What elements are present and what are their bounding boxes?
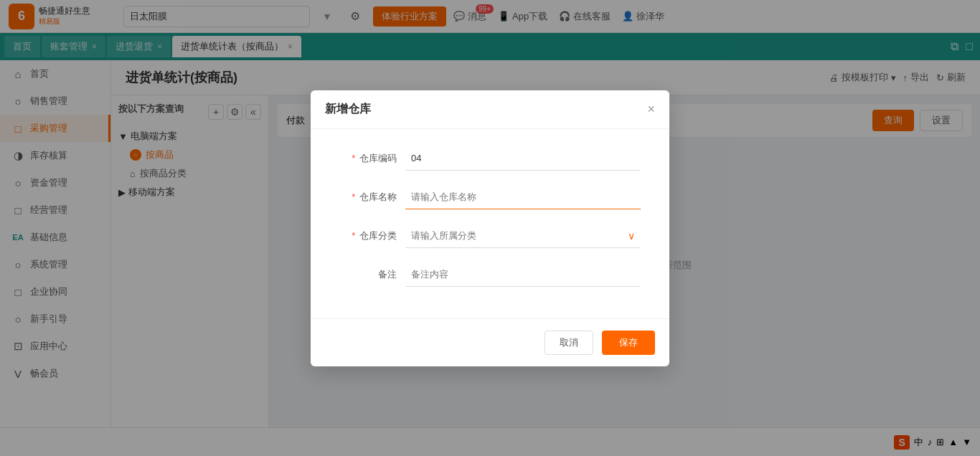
warehouse-category-input[interactable] [405,224,641,248]
modal-title: 新增仓库 [325,102,371,117]
modal-overlay: 新增仓库 × * 仓库编码 * 仓库名称 [0,0,980,456]
form-row-name: * 仓库名称 [339,185,641,209]
category-label: * 仓库分类 [339,229,397,242]
warehouse-code-input[interactable] [405,146,641,171]
notes-label: 备注 [339,268,397,281]
code-required-mark: * [352,153,355,163]
modal-body: * 仓库编码 * 仓库名称 * 仓库分类 [311,129,669,318]
name-label: * 仓库名称 [339,191,397,204]
form-row-category: * 仓库分类 ∨ [339,224,641,248]
modal-new-warehouse: 新增仓库 × * 仓库编码 * 仓库名称 [311,90,669,366]
save-button[interactable]: 保存 [602,331,655,355]
cancel-button[interactable]: 取消 [545,331,593,355]
modal-header: 新增仓库 × [311,90,669,129]
form-row-code: * 仓库编码 [339,146,641,171]
name-required-mark: * [352,191,355,202]
warehouse-name-input[interactable] [405,185,641,209]
category-select-wrap: ∨ [405,224,641,248]
modal-close-button[interactable]: × [647,102,655,117]
notes-input[interactable] [405,262,641,287]
form-row-notes: 备注 [339,262,641,287]
category-required-mark: * [352,230,355,241]
modal-footer: 取消 保存 [311,318,669,366]
code-label: * 仓库编码 [339,152,397,165]
